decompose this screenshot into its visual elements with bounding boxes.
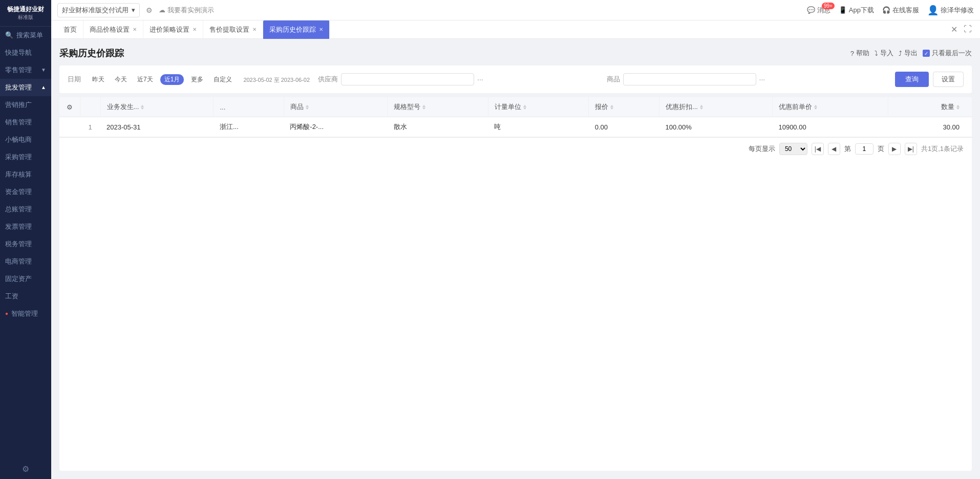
sidebar-item-tax[interactable]: 税务管理 [0, 235, 51, 253]
col-quote[interactable]: 报价 [589, 97, 659, 117]
row-unit: 吨 [488, 117, 588, 137]
sidebar-item-invoice[interactable]: 发票管理 [0, 218, 51, 235]
sidebar-item-ecom[interactable]: 电商管理 [0, 253, 51, 270]
supplier-more-icon[interactable]: ··· [477, 75, 483, 83]
import-icon: ⤵ [875, 50, 878, 57]
sidebar-item-finance[interactable]: 资金管理 [0, 183, 51, 201]
sort-spec-icon [422, 105, 425, 110]
col-spec[interactable]: 规格型号 [388, 97, 488, 117]
row-quote: 0.00 [589, 117, 659, 137]
col-more[interactable]: ... [214, 97, 284, 117]
gear-icon[interactable]: ⚙ [67, 103, 73, 111]
only-last-checkbox-label[interactable]: ✓ 只看最后一次 [923, 49, 972, 58]
sort-unit-icon [523, 105, 526, 110]
service-button[interactable]: 🎧 在线客服 [882, 6, 919, 15]
date-opt-today[interactable]: 今天 [112, 74, 130, 85]
sidebar-item-salary[interactable]: 工资 [0, 288, 51, 305]
tab-sale-price[interactable]: 售价提取设置 ✕ [203, 20, 263, 39]
date-opt-more[interactable]: 更多 [188, 74, 206, 85]
date-opt-1month[interactable]: 近1月 [160, 74, 184, 85]
row-date: 2023-05-31 [100, 117, 214, 137]
import-button[interactable]: ⤵ 导入 [875, 49, 893, 58]
user-label: 徐泽华修改 [941, 6, 974, 15]
edition-label: 好业财标准版交付试用 [62, 6, 129, 15]
product-more-icon[interactable]: ··· [759, 75, 765, 83]
edition-selector[interactable]: 好业财标准版交付试用 ▾ [57, 3, 140, 17]
chevron-down-icon: ▼ [41, 67, 46, 73]
page-first-button[interactable]: |◀ [812, 143, 824, 155]
only-last-checkbox[interactable]: ✓ [923, 50, 930, 57]
date-opt-yesterday[interactable]: 昨天 [89, 74, 108, 85]
sidebar-item-smart[interactable]: ● 智能管理 [0, 305, 51, 322]
tab-price[interactable]: 商品价格设置 ✕ [83, 20, 143, 39]
query-button[interactable]: 查询 [895, 72, 929, 87]
cloud-icon: ☁ [159, 6, 165, 14]
tab-close-purchase-strategy[interactable]: ✕ [193, 27, 197, 32]
col-unit[interactable]: 计量单位 [488, 97, 588, 117]
topbar-settings-button[interactable]: ⚙ [146, 6, 153, 14]
logo-title: 畅捷通好业财 [4, 5, 47, 14]
row-qty: 30.00 [888, 117, 972, 137]
help-button[interactable]: ? 帮助 [850, 49, 869, 58]
tab-close-price[interactable]: ✕ [133, 27, 137, 32]
col-discount[interactable]: 优惠折扣... [659, 97, 773, 117]
app-download-button[interactable]: 📱 App下载 [839, 6, 874, 15]
help-icon: ? [850, 50, 854, 57]
chevron-down-icon: ▾ [132, 6, 135, 14]
row-gear [59, 117, 80, 137]
quick-nav-item[interactable]: 快捷导航 [0, 44, 51, 61]
settings-icon[interactable]: ⚙ [22, 464, 29, 474]
table-body: 1 2023-05-31 浙江... 丙烯酸-2-... 散水 吨 0.00 1… [59, 117, 972, 137]
logo-sub: 标准版 [4, 14, 47, 21]
per-page-select[interactable]: 50 10 20 100 [779, 143, 807, 155]
sidebar-item-ledger[interactable]: 总账管理 [0, 201, 51, 218]
page-prev-button[interactable]: ◀ [828, 143, 840, 155]
date-opt-7days[interactable]: 近7天 [134, 74, 156, 85]
product-input[interactable] [623, 73, 756, 85]
sidebar-item-marketing[interactable]: 营销推广 [0, 96, 51, 114]
export-button[interactable]: ⤴ 导出 [899, 49, 918, 58]
close-tab-button[interactable]: ✕ [949, 23, 960, 36]
sort-discount-icon [700, 105, 703, 110]
col-price[interactable]: 优惠前单价 [772, 97, 888, 117]
page-next-button[interactable]: ▶ [888, 143, 901, 155]
table-row: 1 2023-05-31 浙江... 丙烯酸-2-... 散水 吨 0.00 1… [59, 117, 972, 137]
row-price: 10900.00 [772, 117, 888, 137]
message-button[interactable]: 💬 消息 99+ [807, 6, 830, 15]
tab-purchase-strategy[interactable]: 进价策略设置 ✕ [143, 20, 203, 39]
settings-filter-button[interactable]: 设置 [933, 72, 964, 87]
sidebar-item-ecom-small[interactable]: 小畅电商 [0, 131, 51, 148]
demo-button[interactable]: ☁ 我要看实例演示 [159, 6, 214, 15]
page-last-button[interactable]: ▶| [905, 143, 917, 155]
user-menu-button[interactable]: 👤 徐泽华修改 [927, 5, 974, 16]
tab-close-history-price[interactable]: ✕ [319, 27, 323, 32]
page-label: 第 [844, 144, 851, 154]
tabbar: 首页 商品价格设置 ✕ 进价策略设置 ✕ 售价提取设置 ✕ 采购历史价跟踪 ✕ … [51, 20, 980, 39]
tab-home[interactable]: 首页 [57, 20, 83, 39]
date-range: 2023-05-02 至 2023-06-02 [243, 76, 310, 84]
main-area: 好业财标准版交付试用 ▾ ⚙ ☁ 我要看实例演示 💬 消息 99+ 📱 App下… [51, 0, 980, 479]
date-opt-custom[interactable]: 自定义 [210, 74, 235, 85]
sort-product-icon [306, 105, 309, 110]
tab-close-sale-price[interactable]: ✕ [252, 27, 257, 32]
maximize-tab-button[interactable]: ⛶ [962, 23, 974, 36]
sidebar-item-purchase[interactable]: 采购管理 [0, 148, 51, 166]
row-spec: 散水 [388, 117, 488, 137]
sidebar-item-assets[interactable]: 固定资产 [0, 270, 51, 288]
col-product[interactable]: 商品 [284, 97, 388, 117]
tab-history-price[interactable]: 采购历史价跟踪 ✕ [263, 20, 330, 39]
topbar: 好业财标准版交付试用 ▾ ⚙ ☁ 我要看实例演示 💬 消息 99+ 📱 App下… [51, 0, 980, 20]
sidebar-item-retail[interactable]: 零售管理 ▼ [0, 61, 51, 79]
tabbar-actions: ✕ ⛶ [949, 23, 974, 36]
page-title: 采购历史价跟踪 [59, 47, 124, 59]
sidebar-item-inventory[interactable]: 库存核算 [0, 166, 51, 183]
page-number-input[interactable] [855, 143, 874, 155]
search-menu-button[interactable]: 🔍 搜索菜单 [0, 27, 51, 44]
sidebar-bottom: ⚙ [0, 459, 51, 479]
supplier-filter-field: 供应商 ··· [318, 73, 598, 85]
sidebar-item-wholesale[interactable]: 批发管理 ▲ [0, 79, 51, 96]
col-date[interactable]: 业务发生... [100, 97, 214, 117]
col-qty[interactable]: 数量 [888, 97, 972, 117]
supplier-input[interactable] [341, 73, 474, 85]
sidebar-item-sales[interactable]: 销售管理 [0, 114, 51, 131]
